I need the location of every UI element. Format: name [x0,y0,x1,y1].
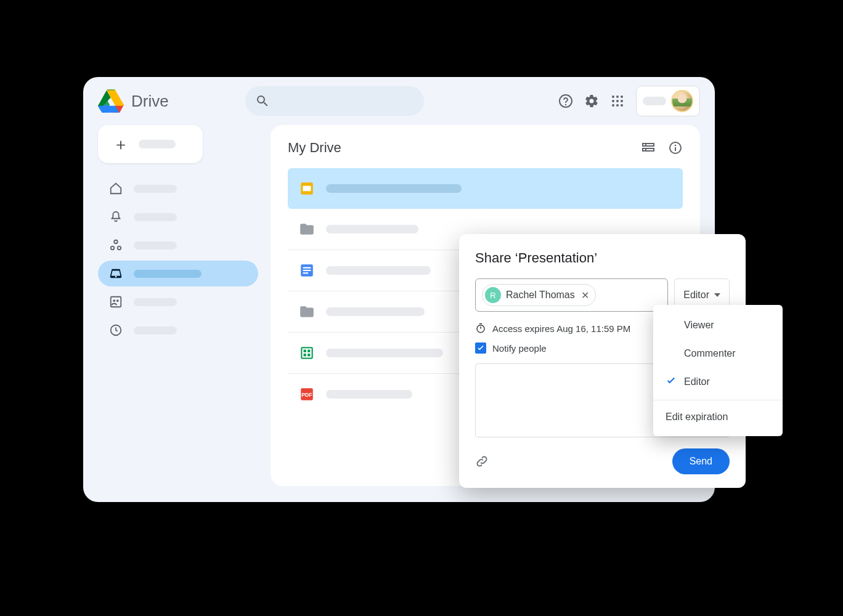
person-chip[interactable]: R Rachel Thomas ✕ [482,284,596,306]
role-dropdown-menu: Viewer Commenter Editor Edit expiration [653,305,783,436]
menu-divider [653,400,783,400]
workspaces-icon [109,238,123,252]
svg-point-8 [621,104,623,107]
role-option-commenter[interactable]: Commenter [653,339,783,368]
role-selected-label: Editor [683,290,709,301]
bell-icon [109,210,123,224]
svg-rect-28 [303,270,311,271]
svg-point-11 [118,246,121,250]
sidebar-item-workspaces[interactable] [98,232,258,258]
role-option-label: Edit expiration [666,411,728,423]
svg-rect-27 [303,267,311,269]
check-icon [476,344,485,352]
pdf-icon: PDF [299,386,315,402]
send-button[interactable]: Send [672,448,730,474]
docs-icon [299,262,315,278]
help-icon[interactable] [558,94,573,108]
sidebar-item-recent[interactable] [98,317,258,343]
main-header: My Drive [288,140,683,156]
role-option-edit-expiration[interactable]: Edit expiration [653,404,783,430]
notify-label: Notify people [492,343,547,354]
svg-point-9 [114,240,118,244]
avatar [671,90,693,112]
role-option-label: Editor [684,376,710,387]
app-title: Drive [131,92,169,111]
sheets-icon [299,345,315,361]
sidebar-item-shared[interactable] [98,289,258,315]
sidebar-item-home[interactable] [98,176,258,201]
role-option-viewer[interactable]: Viewer [653,311,783,339]
new-label-placeholder [139,140,176,148]
plus-icon: ＋ [113,136,129,152]
svg-point-1 [616,95,619,98]
timer-icon [475,323,486,334]
svg-point-4 [616,100,619,102]
page-title: My Drive [288,140,641,156]
svg-point-12 [115,276,116,277]
apps-icon[interactable] [610,94,625,108]
account-switcher[interactable] [636,86,700,116]
svg-point-7 [616,104,619,107]
info-icon[interactable] [668,140,683,155]
folder-icon [299,221,315,237]
svg-rect-13 [111,297,121,307]
role-option-label: Commenter [684,348,736,359]
svg-text:PDF: PDF [301,392,312,398]
notify-checkbox[interactable] [475,342,486,354]
caret-down-icon [714,293,720,297]
shared-drives-icon [109,295,123,309]
drive-icon [109,267,123,280]
drive-logo-icon [98,89,124,113]
svg-point-6 [612,104,614,107]
slides-icon [299,180,315,197]
role-option-editor[interactable]: Editor [653,368,783,396]
svg-point-5 [621,100,623,102]
svg-point-3 [612,100,614,102]
person-name: Rachel Thomas [506,290,575,301]
logo-area: Drive [98,89,169,113]
person-avatar: R [485,287,501,303]
header-icons [558,86,700,116]
svg-point-10 [111,246,115,250]
search-icon [255,94,270,108]
role-option-label: Viewer [684,320,714,331]
sidebar-item-activity[interactable] [98,204,258,230]
copy-link-icon[interactable] [475,455,489,468]
svg-rect-23 [675,147,676,151]
svg-point-22 [675,145,677,147]
search-input[interactable] [245,86,424,116]
svg-point-15 [116,299,119,302]
sidebar: ＋ [98,125,258,486]
share-people-input[interactable]: R Rachel Thomas ✕ [475,278,668,312]
svg-rect-29 [303,272,309,274]
file-row-slides[interactable] [288,168,683,209]
svg-point-14 [113,299,115,302]
account-label-placeholder [643,97,666,105]
svg-point-0 [612,95,614,98]
svg-rect-25 [303,186,311,192]
new-button[interactable]: ＋ [98,125,203,163]
clock-icon [109,323,123,337]
sidebar-item-my-drive[interactable] [98,261,258,286]
share-dialog-title: Share ‘Presentation’ [475,250,730,266]
header: Drive [83,77,715,125]
access-expiry-text: Access expires Aug 16, 11:59 PM [492,323,630,334]
svg-point-2 [621,95,623,98]
list-view-icon[interactable] [641,140,656,155]
folder-icon [299,304,315,320]
home-icon [109,182,123,195]
settings-icon[interactable] [584,94,599,108]
chip-remove-icon[interactable]: ✕ [581,290,589,301]
check-icon [666,375,677,386]
